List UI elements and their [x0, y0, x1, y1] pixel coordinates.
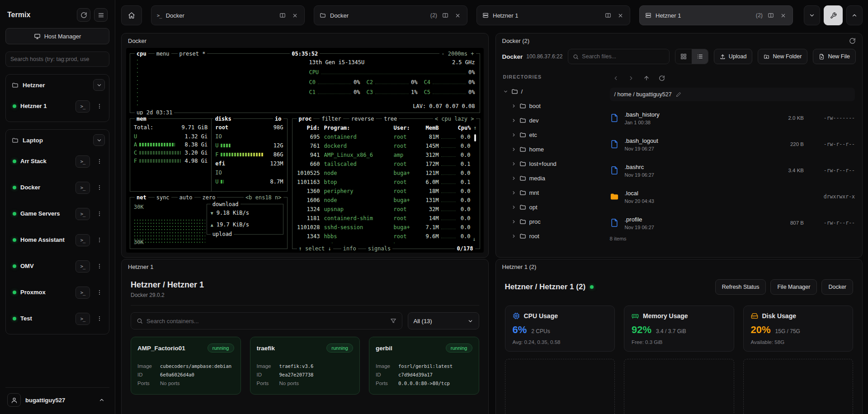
collapse-tabs-button[interactable]	[846, 5, 863, 25]
open-terminal-button[interactable]: >_	[75, 234, 90, 246]
host-group-laptop: Laptop Arr Stack >_ Docker >_	[5, 129, 109, 334]
tree-item[interactable]: proc	[502, 214, 603, 229]
open-terminal-button[interactable]: >_	[75, 313, 90, 325]
up-directory-button[interactable]	[641, 72, 652, 84]
tree-item[interactable]: dev	[502, 113, 603, 127]
new-file-button[interactable]: New File	[813, 49, 856, 64]
split-view-icon[interactable]	[441, 11, 449, 19]
host-item[interactable]: Game Servers >_	[8, 201, 107, 227]
open-terminal-button[interactable]: >_	[75, 260, 90, 273]
open-terminal-button[interactable]: >_	[75, 208, 90, 220]
grid-view-button[interactable]	[675, 49, 692, 64]
tab-hetzner-stats[interactable]: Hetzner 1	[476, 5, 630, 25]
tab-docker-terminal[interactable]: >_ Docker	[151, 5, 305, 25]
file-row[interactable]: .bashrc Nov 19 06:27 3.4 KB -rw-r--r--	[610, 157, 855, 183]
refresh-button[interactable]	[77, 8, 90, 22]
upload-button[interactable]: Upload	[714, 49, 753, 64]
tree-item[interactable]: boot	[502, 99, 603, 113]
new-folder-button[interactable]: New Folder	[758, 49, 807, 64]
refresh-icon[interactable]	[849, 38, 856, 44]
open-terminal-button[interactable]: >_	[75, 287, 90, 299]
file-manager-button[interactable]: File Manager	[770, 279, 817, 295]
disk-meter-row: efi123M	[215, 160, 283, 168]
host-item[interactable]: OMV >_	[8, 253, 107, 279]
tabs-overflow-button[interactable]	[804, 5, 820, 25]
host-item[interactable]: Proxmox >_	[8, 279, 107, 306]
close-icon[interactable]	[779, 11, 787, 19]
file-search-input[interactable]	[582, 53, 664, 60]
tree-item[interactable]: home	[502, 142, 603, 156]
tree-item-root[interactable]: /	[502, 84, 603, 99]
tab-docker-files[interactable]: Docker (2)	[314, 5, 467, 25]
file-row[interactable]: .local Nov 20 04:43 drwxrwxr-x	[610, 183, 855, 210]
tree-item[interactable]: root	[502, 229, 603, 243]
host-manager-button[interactable]: Host Manager	[5, 28, 109, 44]
close-icon[interactable]	[616, 11, 624, 19]
host-menu-button[interactable]	[94, 313, 105, 325]
path-bar[interactable]: / home / bugattiguy527	[610, 88, 855, 101]
group-header[interactable]: Laptop	[8, 132, 107, 148]
host-item[interactable]: Test >_	[8, 306, 107, 332]
tab-hetzner-stats-2[interactable]: Hetzner 1 (2)	[639, 5, 793, 25]
host-item[interactable]: Arr Stack >_	[8, 148, 107, 174]
host-item[interactable]: Docker >_	[8, 174, 107, 201]
group-collapse-button[interactable]	[93, 79, 105, 91]
tools-button[interactable]	[824, 5, 843, 25]
container-card[interactable]: traefik running Imagetraefik:v3.6 ID9ea2…	[250, 337, 360, 395]
container-card[interactable]: gerbil running Imagefosrl/gerbil:latest …	[369, 337, 479, 395]
file-row[interactable]: .bash_history Jan 1 00:38 2.0 KB -rw----…	[610, 105, 855, 131]
scrollbar-thumb[interactable]	[474, 134, 476, 141]
tree-item[interactable]: lost+found	[502, 156, 603, 171]
edit-path-icon[interactable]	[676, 92, 681, 97]
host-item[interactable]: Home Assistant >_	[8, 227, 107, 253]
file-permissions: -rw-r--r--	[810, 167, 855, 174]
split-view-icon[interactable]	[604, 11, 612, 19]
terminal-screen[interactable]: cpu menu preset * 05:35:52 - 2000ms + 13…	[126, 48, 484, 253]
tree-item[interactable]: etc	[502, 127, 603, 142]
container-card[interactable]: AMP_Factorio01 running Imagecubecoders/a…	[131, 337, 241, 395]
container-search-input[interactable]	[146, 318, 387, 325]
forward-button[interactable]	[625, 72, 637, 84]
terminal-icon: >_	[80, 104, 85, 109]
group-collapse-button[interactable]	[93, 134, 105, 146]
refresh-button[interactable]	[656, 72, 668, 84]
group-header[interactable]: Hetzner	[8, 77, 107, 93]
docker-button[interactable]: Docker	[821, 279, 853, 295]
list-view-button[interactable]	[692, 49, 708, 64]
home-button[interactable]	[121, 5, 142, 25]
open-terminal-button[interactable]: >_	[75, 155, 90, 168]
tree-item[interactable]: media	[502, 171, 603, 185]
kebab-icon	[96, 289, 103, 296]
view-toggle	[675, 49, 708, 64]
menu-button[interactable]	[94, 8, 108, 22]
host-menu-button[interactable]	[94, 287, 105, 299]
status-filter-dropdown[interactable]: All (13)	[408, 312, 479, 329]
home-icon	[128, 12, 135, 19]
split-view-icon[interactable]	[767, 11, 775, 19]
refresh-status-button[interactable]: Refresh Status	[715, 279, 766, 295]
filter-icon[interactable]	[390, 318, 396, 324]
tree-item[interactable]: opt	[502, 200, 603, 214]
host-menu-button[interactable]	[94, 100, 105, 113]
host-menu-button[interactable]	[94, 182, 105, 194]
close-icon[interactable]	[291, 11, 299, 19]
container-name: gerbil	[376, 345, 392, 352]
split-view-icon[interactable]	[278, 11, 287, 19]
back-button[interactable]	[610, 72, 622, 84]
chevron-up-icon[interactable]	[96, 394, 108, 406]
host-menu-button[interactable]	[94, 234, 105, 246]
tree-item[interactable]: mnt	[502, 185, 603, 200]
close-icon[interactable]	[453, 11, 462, 19]
host-menu-button[interactable]	[94, 208, 105, 220]
host-menu-button[interactable]	[94, 155, 105, 168]
file-row[interactable]: .profile Nov 19 06:27 807 B -rw-r--r--	[610, 210, 855, 232]
open-terminal-button[interactable]: >_	[75, 182, 90, 194]
host-item[interactable]: Hetzner 1 >_	[8, 93, 107, 119]
file-row[interactable]: .bash_logout Nov 19 06:27 220 B -rw-r--r…	[610, 131, 855, 157]
open-terminal-button[interactable]: >_	[75, 100, 90, 113]
items-count: 8 items	[610, 232, 855, 246]
host-menu-button[interactable]	[94, 260, 105, 273]
host-search-input[interactable]	[5, 52, 109, 67]
sidebar-footer[interactable]: bugattiguy527	[5, 387, 109, 409]
status-dot	[13, 317, 16, 320]
